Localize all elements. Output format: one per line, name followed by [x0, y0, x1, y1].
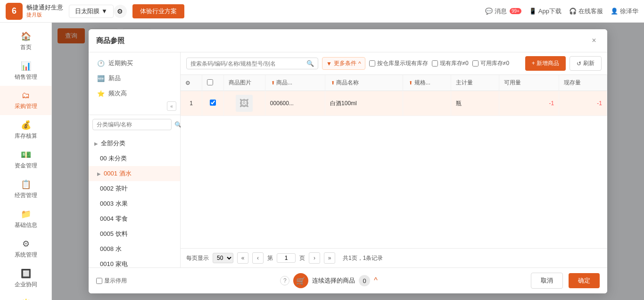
tab-recent-purchase[interactable]: 🕐 近期购买 — [92, 56, 176, 70]
footer-cart: ? 🛒 连续选择的商品 0 ^ — [280, 273, 378, 288]
help-icon[interactable]: ? — [280, 276, 289, 285]
tree-item-0003[interactable]: 0003 水果 — [89, 196, 180, 211]
modal-title: 商品参照 — [96, 36, 124, 45]
col-stock: 现存量 — [559, 75, 607, 91]
cancel-button[interactable]: 取消 — [531, 273, 563, 289]
tab-new-products[interactable]: 🆕 新品 — [92, 71, 176, 85]
tree-item-0004[interactable]: 0004 零食 — [89, 211, 180, 226]
checkbox-avail-not-zero[interactable]: 可用库存≠0 — [472, 59, 509, 67]
tree-item-00[interactable]: 00 未分类 — [89, 151, 180, 166]
page-size-select[interactable]: 50 — [213, 253, 233, 263]
logo-text: 畅捷通好生意 — [26, 4, 63, 12]
page-prev-button[interactable]: ‹ — [252, 252, 264, 264]
nav-selector[interactable]: 日太阳膜 ▼ — [69, 5, 114, 18]
nav-app-download[interactable]: 📱 App下载 — [529, 7, 561, 16]
purchase-icon: 🗂 — [22, 91, 30, 100]
modal-overlay: 商品参照 × 🕐 近期购买 🆕 — [52, 23, 644, 300]
chevron-down-icon: ▼ — [101, 8, 107, 15]
recent-icon: 🕐 — [97, 60, 105, 67]
row-unit: 瓶 — [451, 91, 499, 116]
confirm-button[interactable]: 确定 — [569, 273, 600, 288]
sort-name-icon: ⬆ — [331, 80, 335, 85]
product-search-bar[interactable]: 🔍 — [186, 58, 318, 69]
product-image: 🖼 — [236, 95, 253, 112]
nav-right: 💬 消息 99+ 📱 App下载 🎧 在线客服 👤 徐泽华 — [485, 7, 638, 16]
left-panel: 🕐 近期购买 🆕 新品 ⭐ 频次高 « — [89, 52, 181, 267]
page-next-button[interactable]: › — [309, 252, 320, 264]
cart-icon-button[interactable]: 🛒 — [293, 273, 308, 288]
new-icon: 🆕 — [97, 75, 105, 82]
add-product-button[interactable]: + 新增商品 — [525, 56, 566, 71]
col-name[interactable]: ⬆ 商品名称 — [325, 75, 403, 91]
modal-footer: 显示停用 ? 🛒 连续选择的商品 0 ^ 取消 确定 — [89, 267, 607, 293]
modal-close-button[interactable]: × — [588, 35, 600, 46]
message-badge: 99+ — [510, 8, 521, 14]
logo-icon: 6 — [6, 3, 23, 20]
row-check[interactable] — [202, 91, 224, 116]
page-size-label: 每页显示 — [186, 254, 209, 262]
select-all-checkbox[interactable] — [207, 79, 213, 85]
sidebar: 🏠 首页 📊 销售管理 🗂 采购管理 💰 库存核算 💵 资金管理 📋 经营管理 … — [0, 23, 52, 300]
col-img: 商品图片 — [224, 75, 265, 91]
tree-item-all[interactable]: ▶ 全部分类 — [89, 136, 180, 151]
checkbox-stock-not-zero[interactable]: 现有库存≠0 — [432, 59, 469, 67]
col-settings[interactable]: ⚙ — [181, 75, 202, 91]
toolbar-right: + 新增商品 ↺ 刷新 — [525, 56, 602, 71]
sidebar-item-system[interactable]: ⚙ 系统管理 — [0, 234, 51, 264]
col-spec[interactable]: ⬆ 规格... — [403, 75, 451, 91]
product-search-icon[interactable]: 🔍 — [306, 60, 314, 67]
col-avail: 可用量 — [499, 75, 559, 91]
sidebar-item-guide[interactable]: 🌟 新手引导 — [0, 293, 51, 300]
category-search-input[interactable] — [92, 119, 172, 130]
more-filter-button[interactable]: ▼ 更多条件 ^ — [322, 57, 365, 70]
tree-item-0001[interactable]: ▶ 0001 酒水 — [89, 166, 180, 181]
category-tree: ▶ 全部分类 00 未分类 ▶ 0001 酒水 0002 茶 — [89, 134, 180, 267]
tree-item-0002[interactable]: 0002 茶叶 — [89, 181, 180, 196]
checkbox-warehouse[interactable]: 按仓库显示现有库存 — [369, 59, 428, 67]
sidebar-item-finance[interactable]: 💵 资金管理 — [0, 145, 51, 175]
sort-spec-icon: ⬆ — [409, 80, 413, 85]
exp-industry-button[interactable]: 体验行业方案 — [132, 4, 184, 18]
message-icon: 💬 — [485, 8, 493, 15]
business-icon: 📋 — [21, 179, 31, 190]
toolbar: 🔍 ▼ 更多条件 ^ 按仓库显示现有库存 — [181, 52, 607, 75]
page-last-button[interactable]: » — [324, 252, 335, 264]
table-row[interactable]: 1 🖼 — [181, 91, 607, 116]
page-first-button[interactable]: « — [237, 252, 248, 264]
cart-count: 0 — [359, 275, 370, 286]
sidebar-item-sales[interactable]: 📊 销售管理 — [0, 56, 51, 86]
phone-icon: 📱 — [529, 8, 537, 15]
nav-messages[interactable]: 💬 消息 99+ — [485, 7, 521, 16]
page-number-input[interactable] — [277, 253, 296, 263]
sidebar-item-home[interactable]: 🏠 首页 — [0, 26, 51, 56]
col-code[interactable]: ⬆ 商品... — [265, 75, 325, 91]
collapse-button[interactable]: « — [167, 101, 176, 111]
star-icon: ⭐ — [97, 90, 105, 97]
sidebar-item-basicinfo[interactable]: 📁 基础信息 — [0, 204, 51, 234]
show-disabled-checkbox[interactable]: 显示停用 — [96, 277, 127, 285]
refresh-product-button[interactable]: ↺ 刷新 — [570, 56, 602, 71]
page-suffix: 页 — [299, 254, 305, 262]
sidebar-item-inventory[interactable]: 💰 库存核算 — [0, 115, 51, 145]
settings-col-icon: ⚙ — [185, 80, 190, 86]
gear-button[interactable]: ⚙ — [114, 5, 127, 18]
sidebar-item-business[interactable]: 📋 经营管理 — [0, 175, 51, 204]
tab-frequent[interactable]: ⭐ 频次高 — [92, 86, 176, 100]
tree-item-0010[interactable]: 0010 家电 — [89, 257, 180, 267]
sales-icon: 📊 — [21, 61, 31, 71]
headset-icon: 🎧 — [569, 8, 577, 15]
nav-service[interactable]: 🎧 在线客服 — [569, 7, 603, 16]
row-index: 1 — [181, 91, 202, 116]
product-search-input[interactable] — [190, 60, 305, 67]
nav-user[interactable]: 👤 徐泽华 — [611, 7, 638, 16]
tree-arrow-all: ▶ — [94, 141, 98, 146]
sidebar-item-enterprise[interactable]: 🔲 企业协同 — [0, 264, 51, 293]
col-check[interactable] — [202, 75, 224, 91]
system-icon: ⚙ — [22, 239, 30, 249]
sidebar-item-purchase[interactable]: 🗂 采购管理 — [0, 86, 51, 115]
tree-item-0005[interactable]: 0005 饮料 — [89, 226, 180, 242]
row-spec — [403, 91, 451, 116]
collapse-cart-button[interactable]: ^ — [374, 276, 378, 285]
page-label: 第 — [267, 254, 273, 262]
tree-item-0008[interactable]: 0008 水 — [89, 242, 180, 257]
